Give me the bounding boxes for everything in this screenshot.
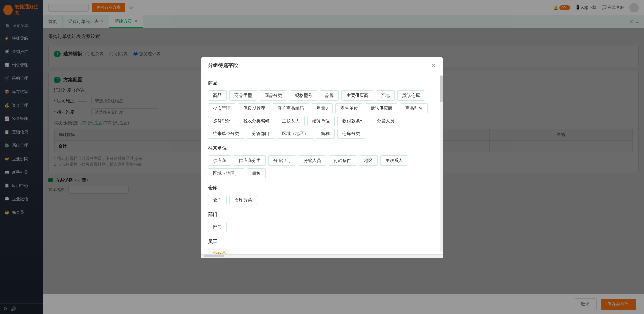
tag-default-warehouse[interactable]: 默认仓库 [397, 90, 425, 101]
tag-batch-mgmt[interactable]: 批次管理 [208, 103, 235, 113]
tag-product-type[interactable]: 商品类型 [229, 90, 257, 101]
section-department: 部门 部门 [208, 212, 436, 232]
tag-main-contact-partner[interactable]: 主联系人 [380, 155, 408, 166]
tag-warehouse-cat[interactable]: 仓库分类 [337, 129, 365, 139]
tag-supplier[interactable]: 供应商 [208, 155, 231, 166]
section-partner-title: 往来单位 [208, 145, 436, 151]
employee-tags: 业务员 [208, 249, 436, 255]
tag-supervisor[interactable]: 分管人员 [372, 116, 399, 126]
tag-warehouse[interactable]: 仓库 [208, 195, 227, 205]
section-partner: 往来单位 供应商 供应商分类 分管部门 分管人员 付款条件 地区 主联系人 区域… [208, 145, 436, 178]
tag-brand[interactable]: 品牌 [320, 90, 339, 101]
warehouse-tags: 仓库 仓库分类 [208, 195, 436, 205]
modal-dialog: 分组待选字段 ✕ 商品 商品 商品类型 商品分类 规格型号 品牌 主要供应商 产… [201, 57, 443, 258]
tag-short-name-product[interactable]: 简称 [316, 129, 335, 139]
tag-spec-model[interactable]: 规格型号 [290, 90, 317, 101]
tag-supplier-cat[interactable]: 供应商分类 [234, 155, 266, 166]
tag-tax-code[interactable]: 税收分类编码 [238, 116, 274, 126]
modal-horizontal-scrollbar[interactable] [201, 254, 443, 257]
tag-default-supplier[interactable]: 默认供应商 [366, 103, 397, 113]
tag-salesperson[interactable]: 业务员 [208, 249, 231, 255]
tag-partner-category[interactable]: 往来单位分类 [208, 129, 244, 139]
tag-payment-terms[interactable]: 收付款条件 [337, 116, 369, 126]
tag-retail-unit[interactable]: 零售单位 [335, 103, 363, 113]
modal-vscroll-thumb [440, 75, 443, 102]
tag-region-product[interactable]: 区域（地区） [277, 129, 313, 139]
section-employee-title: 员工 [208, 239, 436, 245]
tag-settle-unit[interactable]: 结算单位 [307, 116, 335, 126]
tag-product-alias[interactable]: 商品别名 [400, 103, 428, 113]
tag-customer-code[interactable]: 客户商品编码 [273, 103, 309, 113]
tag-product-category[interactable]: 商品分类 [260, 90, 287, 101]
tag-main-supplier[interactable]: 主要供应商 [341, 90, 373, 101]
tag-payment-cond[interactable]: 付款条件 [329, 155, 356, 166]
tag-pick-points[interactable]: 拣货积分 [208, 116, 235, 126]
tag-department[interactable]: 部门 [208, 222, 227, 232]
modal-body: 商品 商品 商品类型 商品分类 规格型号 品牌 主要供应商 产地 默认仓库 批次… [201, 75, 443, 255]
section-product-title: 商品 [208, 80, 436, 86]
tag-dept[interactable]: 分管部门 [247, 129, 274, 139]
tag-short-name-partner[interactable]: 简称 [247, 168, 266, 178]
modal-overlay: 分组待选字段 ✕ 商品 商品 商品类型 商品分类 规格型号 品牌 主要供应商 产… [0, 0, 644, 314]
tag-supervisor-partner[interactable]: 分管人员 [299, 155, 326, 166]
section-warehouse-title: 仓库 [208, 185, 436, 191]
tag-shelf-life[interactable]: 保质期管理 [238, 103, 270, 113]
partner-tags: 供应商 供应商分类 分管部门 分管人员 付款条件 地区 主联系人 区域（地区） … [208, 155, 436, 178]
tag-warehouse-category[interactable]: 仓库分类 [229, 195, 257, 205]
section-product: 商品 商品 商品类型 商品分类 规格型号 品牌 主要供应商 产地 默认仓库 批次… [208, 80, 436, 139]
section-employee: 员工 业务员 [208, 239, 436, 255]
tag-product[interactable]: 商品 [208, 90, 227, 101]
section-department-title: 部门 [208, 212, 436, 218]
modal-hscroll-thumb [204, 255, 224, 257]
modal-title: 分组待选字段 [208, 62, 238, 69]
modal-header: 分组待选字段 ✕ [201, 57, 443, 75]
tag-origin[interactable]: 产地 [376, 90, 395, 101]
tag-dept-partner[interactable]: 分管部门 [268, 155, 296, 166]
section-warehouse: 仓库 仓库 仓库分类 [208, 185, 436, 205]
tag-region-partner[interactable]: 区域（地区） [208, 168, 244, 178]
department-tags: 部门 [208, 222, 436, 232]
tag-area[interactable]: 地区 [359, 155, 378, 166]
product-tags: 商品 商品类型 商品分类 规格型号 品牌 主要供应商 产地 默认仓库 批次管理 … [208, 90, 436, 139]
modal-close-button[interactable]: ✕ [431, 62, 436, 69]
tag-main-contact[interactable]: 主联系人 [277, 116, 305, 126]
tag-weight3[interactable]: 重量3 [312, 103, 333, 113]
modal-vertical-scrollbar[interactable] [440, 75, 443, 252]
